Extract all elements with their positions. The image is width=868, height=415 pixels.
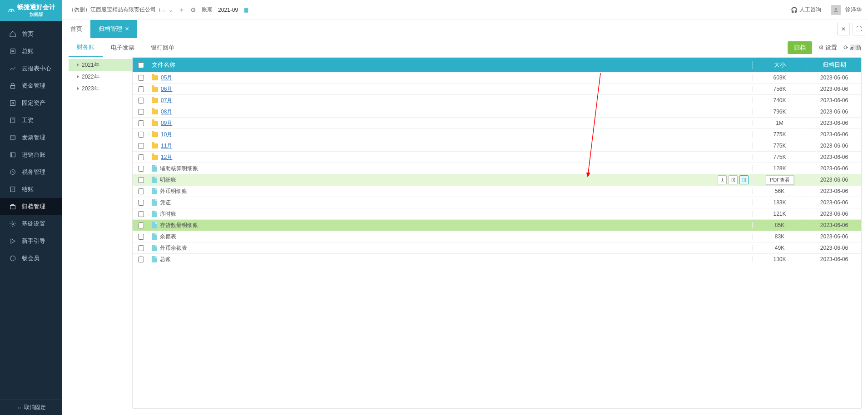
file-name[interactable]: 明细账	[160, 176, 176, 184]
table-row[interactable]: 09月1M2023-06-06	[133, 118, 861, 129]
table-row[interactable]: 05月603K2023-06-06	[133, 72, 861, 84]
settings-link[interactable]: ⚙设置	[818, 44, 837, 52]
sidebar-item-6[interactable]: 发票管理	[0, 129, 62, 146]
file-size: 603K	[752, 74, 807, 81]
file-name[interactable]: 09月	[161, 119, 172, 127]
tree-year-2023年[interactable]: 2023年	[69, 83, 132, 94]
pdf-download-icon[interactable]	[729, 175, 738, 184]
tabs-fullscreen[interactable]: ⛶	[853, 23, 865, 35]
username[interactable]: 徐泽华	[845, 6, 862, 14]
file-date: 2023-06-06	[807, 165, 861, 172]
row-checkbox[interactable]	[138, 132, 144, 138]
consult-link[interactable]: 🎧人工咨询	[791, 6, 821, 14]
table-row[interactable]: 07月740K2023-06-06	[133, 95, 861, 106]
sidebar-item-4[interactable]: 固定资产	[0, 94, 62, 112]
table-row[interactable]: 余额表83K2023-06-06	[133, 231, 861, 242]
period-value[interactable]: 2021-09	[218, 7, 238, 13]
nav-icon	[9, 82, 16, 89]
file-name[interactable]: 序时账	[160, 210, 176, 218]
row-checkbox[interactable]	[138, 109, 144, 115]
row-checkbox[interactable]	[138, 234, 144, 240]
close-icon[interactable]: ✕	[125, 26, 129, 32]
folder-icon	[152, 155, 158, 160]
table-row[interactable]: 外币余额表49K2023-06-06	[133, 242, 861, 254]
table-row[interactable]: 序时账121K2023-06-06	[133, 208, 861, 220]
sidebar-item-7[interactable]: 进销台账	[0, 146, 62, 163]
row-checkbox[interactable]	[138, 120, 144, 126]
sidebar-item-0[interactable]: 首页	[0, 25, 62, 43]
row-checkbox[interactable]	[138, 75, 144, 81]
file-date: 2023-06-06	[807, 256, 861, 262]
row-checkbox[interactable]	[138, 177, 144, 183]
company-selector[interactable]: （勿删）江西服宝精品有限责任公司（... ⌄	[69, 6, 173, 14]
sidebar-item-13[interactable]: 畅会员	[0, 250, 62, 267]
file-name[interactable]: 外币明细账	[160, 188, 187, 195]
row-checkbox[interactable]	[138, 245, 144, 251]
pdf-view-icon[interactable]	[739, 175, 749, 184]
select-all-checkbox[interactable]	[138, 62, 144, 68]
table-row[interactable]: 06月756K2023-06-06	[133, 84, 861, 95]
file-name[interactable]: 凭证	[160, 199, 171, 207]
row-checkbox[interactable]	[138, 143, 144, 149]
tabs-close-all[interactable]: ✕	[837, 23, 850, 35]
table-row[interactable]: 10月775K2023-06-06	[133, 129, 861, 140]
table-row[interactable]: 存货数量明细账85K2023-06-06	[133, 220, 861, 231]
sidebar-item-11[interactable]: 基础设置	[0, 215, 62, 232]
file-date: 2023-06-06	[807, 154, 861, 160]
subtab-bankreceipt[interactable]: 银行回单	[143, 38, 183, 57]
archive-button[interactable]: 归档	[788, 41, 812, 54]
row-checkbox[interactable]	[138, 166, 144, 172]
file-name[interactable]: 总账	[160, 256, 171, 263]
row-checkbox[interactable]	[138, 154, 144, 160]
table-row[interactable]: 08月796K2023-06-06	[133, 106, 861, 118]
sidebar-item-5[interactable]: 工资	[0, 112, 62, 129]
row-checkbox[interactable]	[138, 211, 144, 217]
file-name[interactable]: 余额表	[160, 233, 176, 241]
row-checkbox[interactable]	[138, 188, 144, 194]
table-row[interactable]: 外币明细账56K2023-06-06	[133, 186, 861, 197]
calendar-icon[interactable]: ▦	[243, 7, 248, 13]
sidebar-item-1[interactable]: 总账	[0, 43, 62, 60]
file-name[interactable]: 外币余额表	[160, 244, 187, 252]
brand-logo: 畅捷通好会计 旗舰版	[0, 0, 62, 21]
refresh-link[interactable]: ⟳刷新	[843, 44, 862, 52]
row-checkbox[interactable]	[138, 222, 144, 228]
tab-archive[interactable]: 归档管理✕	[90, 20, 137, 38]
sidebar-unpin[interactable]: ↔取消固定	[0, 400, 62, 415]
file-name[interactable]: 辅助核算明细账	[160, 165, 198, 173]
tree-year-2021年[interactable]: 2021年	[69, 59, 132, 71]
file-name[interactable]: 06月	[161, 85, 172, 93]
file-name[interactable]: 07月	[161, 97, 172, 104]
sidebar-item-10[interactable]: 归档管理	[0, 198, 62, 215]
row-checkbox[interactable]	[138, 257, 144, 262]
row-checkbox[interactable]	[138, 98, 144, 104]
table-row[interactable]: 明细账PDF查看30K2023-06-06	[133, 174, 861, 186]
table-row[interactable]: 12月775K2023-06-06	[133, 152, 861, 163]
gear-icon[interactable]: ⚙	[190, 6, 196, 14]
subtab-financial[interactable]: 财务账	[69, 38, 103, 57]
add-icon[interactable]: ＋	[179, 6, 185, 14]
sidebar-item-3[interactable]: 资金管理	[0, 77, 62, 94]
tree-year-2022年[interactable]: 2022年	[69, 71, 132, 83]
download-icon[interactable]	[718, 175, 727, 184]
avatar[interactable]	[831, 5, 841, 15]
file-name[interactable]: 05月	[161, 74, 172, 82]
row-checkbox[interactable]	[138, 200, 144, 206]
row-checkbox[interactable]	[138, 86, 144, 92]
sidebar-item-12[interactable]: 新手引导	[0, 232, 62, 250]
file-name[interactable]: 存货数量明细账	[160, 222, 198, 229]
table-row[interactable]: 11月775K2023-06-06	[133, 140, 861, 152]
file-name[interactable]: 12月	[161, 153, 172, 161]
file-date: 2023-06-06	[807, 222, 861, 228]
sidebar-item-9[interactable]: 结账	[0, 181, 62, 198]
sidebar-item-2[interactable]: 云报表中心	[0, 60, 62, 77]
table-row[interactable]: 辅助核算明细账128K2023-06-06	[133, 163, 861, 174]
file-name[interactable]: 08月	[161, 108, 172, 116]
sidebar-item-8[interactable]: 税务管理	[0, 163, 62, 181]
file-name[interactable]: 10月	[161, 131, 172, 138]
tab-home[interactable]: 首页	[62, 20, 90, 38]
table-row[interactable]: 凭证183K2023-06-06	[133, 197, 861, 208]
subtab-einvoice[interactable]: 电子发票	[103, 38, 143, 57]
table-row[interactable]: 总账130K2023-06-06	[133, 254, 861, 265]
file-name[interactable]: 11月	[161, 142, 172, 150]
